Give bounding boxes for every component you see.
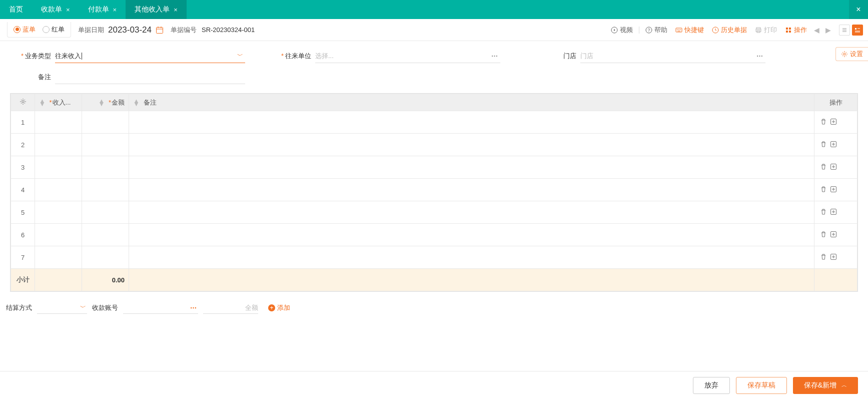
store-label: 门店: [540, 52, 576, 61]
svg-rect-12: [789, 31, 791, 33]
more-icon: ⋯: [756, 52, 763, 60]
insert-row-button[interactable]: [828, 209, 838, 217]
cell-remark[interactable]: [129, 179, 814, 201]
table-row[interactable]: 1: [11, 111, 857, 134]
cell-ops: [814, 201, 857, 224]
help-button[interactable]: ? 帮助: [643, 25, 669, 36]
cell-amount[interactable]: [82, 246, 129, 269]
tab-home[interactable]: 首页: [0, 0, 32, 19]
party-select[interactable]: 选择... ⋯: [315, 49, 500, 63]
settlement-account-label: 收款账号: [92, 303, 118, 312]
delete-row-button[interactable]: [818, 232, 828, 239]
delete-row-button[interactable]: [818, 142, 828, 149]
svg-text:?: ?: [647, 28, 650, 33]
table-row[interactable]: 3: [11, 156, 857, 179]
tab-other-income[interactable]: 其他收入单×: [126, 0, 187, 19]
insert-row-button[interactable]: [828, 232, 838, 239]
store-select[interactable]: 门店 ⋯: [580, 49, 765, 63]
svg-point-15: [22, 101, 24, 103]
cell-income[interactable]: [35, 111, 82, 134]
radio-red-doc[interactable]: 红单: [43, 25, 65, 34]
table-row[interactable]: 2: [11, 134, 857, 156]
cell-ops: [814, 224, 857, 246]
table-settings-button[interactable]: [11, 94, 35, 111]
col-income-header[interactable]: ▲▼ 收入...: [35, 94, 82, 111]
settings-button[interactable]: 设置: [835, 47, 868, 61]
cell-amount[interactable]: [82, 156, 129, 179]
cell-amount[interactable]: [82, 179, 129, 201]
settlement-account-select[interactable]: ⋯: [123, 302, 198, 314]
cell-remark[interactable]: [129, 111, 814, 134]
calendar-icon[interactable]: [156, 26, 164, 34]
cell-remark[interactable]: [129, 156, 814, 179]
table-row[interactable]: 7: [11, 246, 857, 269]
cell-income[interactable]: [35, 134, 82, 156]
next-doc-button[interactable]: ▶: [824, 26, 832, 34]
plus-icon: +: [268, 304, 275, 311]
cell-amount[interactable]: [82, 134, 129, 156]
col-remark-header[interactable]: ▲▼ 备注: [129, 94, 814, 111]
insert-row-button[interactable]: [828, 187, 838, 194]
cell-income[interactable]: [35, 156, 82, 179]
prev-doc-button[interactable]: ◀: [813, 26, 820, 34]
col-ops-header: 操作: [814, 94, 857, 111]
close-icon[interactable]: ×: [113, 6, 117, 14]
insert-row-button[interactable]: [828, 164, 838, 172]
table-row[interactable]: 5: [11, 201, 857, 224]
remark-input[interactable]: [55, 70, 245, 84]
cell-amount[interactable]: [82, 111, 129, 134]
svg-point-14: [843, 53, 845, 55]
cell-amount[interactable]: [82, 201, 129, 224]
settlement-method-label: 结算方式: [6, 303, 32, 312]
tab-receipt[interactable]: 收款单×: [32, 0, 79, 19]
form-row-2: 备注: [0, 65, 868, 86]
svg-rect-4: [676, 28, 682, 32]
history-button[interactable]: 历史单据: [710, 25, 749, 36]
delete-row-button[interactable]: [818, 164, 828, 172]
close-icon[interactable]: ×: [66, 6, 70, 14]
tab-payment[interactable]: 付款单×: [79, 0, 126, 19]
delete-row-button[interactable]: [818, 187, 828, 194]
delete-row-button[interactable]: [818, 119, 828, 127]
cell-income[interactable]: [35, 224, 82, 246]
close-icon[interactable]: ×: [174, 6, 178, 14]
video-button[interactable]: 视频: [609, 25, 635, 36]
doc-date-value[interactable]: 2023-03-24: [108, 25, 152, 35]
delete-row-button[interactable]: [818, 209, 828, 217]
cell-ops: [814, 156, 857, 179]
insert-row-button[interactable]: [828, 254, 838, 262]
view-detail-button[interactable]: [852, 25, 863, 36]
cell-ops: [814, 246, 857, 269]
biz-type-select[interactable]: 往来收入 ﹀: [55, 49, 245, 63]
cell-remark[interactable]: [129, 201, 814, 224]
cell-amount[interactable]: [82, 224, 129, 246]
delete-row-button[interactable]: [818, 254, 828, 262]
cell-income[interactable]: [35, 201, 82, 224]
table-row[interactable]: 6: [11, 224, 857, 246]
settlement-amount-input[interactable]: 全额: [203, 302, 258, 314]
view-compact-button[interactable]: [839, 25, 850, 36]
print-button[interactable]: 打印: [753, 25, 779, 36]
table-row[interactable]: 4: [11, 179, 857, 201]
close-all-tabs-button[interactable]: ×: [849, 0, 868, 19]
shortcut-button[interactable]: 快捷键: [673, 25, 706, 36]
cell-income[interactable]: [35, 246, 82, 269]
settlement-method-select[interactable]: ﹀: [37, 302, 87, 314]
operations-button[interactable]: 操作: [783, 25, 809, 36]
row-index: 6: [11, 224, 35, 246]
top-tab-bar: 首页 收款单× 付款单× 其他收入单× ×: [0, 0, 868, 19]
cell-remark[interactable]: [129, 246, 814, 269]
insert-row-button[interactable]: [828, 119, 838, 127]
party-label: 往来单位: [275, 52, 311, 61]
insert-row-button[interactable]: [828, 142, 838, 149]
cell-remark[interactable]: [129, 134, 814, 156]
add-settlement-button[interactable]: + 添加: [268, 303, 290, 312]
cell-remark[interactable]: [129, 224, 814, 246]
cell-income[interactable]: [35, 179, 82, 201]
cell-ops: [814, 134, 857, 156]
subtotal-row: 小计 0.00: [11, 269, 857, 291]
row-index: 1: [11, 111, 35, 134]
radio-blue-doc[interactable]: 蓝单: [14, 25, 36, 34]
col-amount-header[interactable]: ▲▼ 金额: [82, 94, 129, 111]
svg-rect-9: [786, 28, 788, 30]
